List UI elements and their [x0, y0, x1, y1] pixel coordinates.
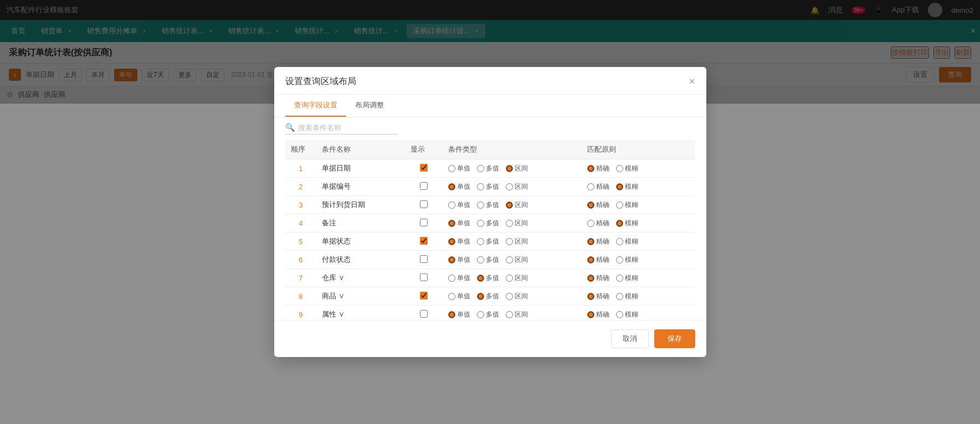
tab-query-fields[interactable]: 查询字段设置: [285, 95, 346, 104]
dialog-header: 设置查询区域布局 ×: [274, 67, 706, 95]
dialog-tabs: 查询字段设置 布局调整: [274, 95, 706, 104]
dialog-close-button[interactable]: ×: [689, 76, 695, 87]
modal-overlay: 设置查询区域布局 × 查询字段设置 布局调整 🔍 顺序 条件名称 显示: [0, 0, 980, 104]
tab-layout-adjust[interactable]: 布局调整: [346, 95, 393, 104]
dialog: 设置查询区域布局 × 查询字段设置 布局调整 🔍 顺序 条件名称 显示: [274, 67, 706, 104]
dialog-title: 设置查询区域布局: [285, 76, 356, 87]
